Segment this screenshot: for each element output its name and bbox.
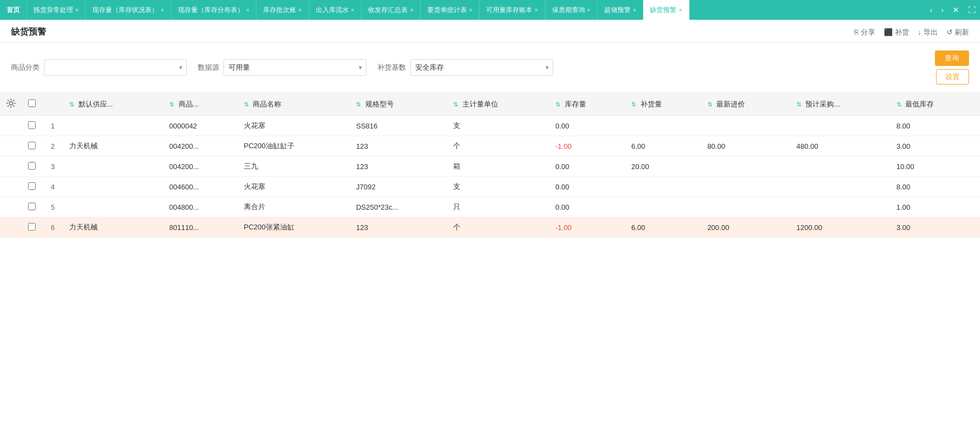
tab-scroll-right[interactable]: › (937, 3, 948, 16)
product-code-column-header[interactable]: ⇅ 商品... (164, 93, 238, 116)
checkbox-column-header (22, 93, 42, 116)
replenish-base-select[interactable]: 安全库存 (410, 59, 553, 76)
close-shortage-tab[interactable]: × (678, 7, 682, 13)
row-unit: 个 (448, 217, 550, 238)
supplier-column-header[interactable]: ⇅ 默认供应... (64, 93, 164, 116)
shortage-table: ⇅ 默认供应... ⇅ 商品... ⇅ 商品名称 ⇅ 规格型号 (0, 93, 980, 238)
row-supplier (64, 197, 164, 217)
tab-exception[interactable]: 拣货异常处理 × (27, 0, 86, 20)
tab-inventory-dist[interactable]: 现存量（库存分布表） × (171, 0, 257, 20)
row-product-code: 0000042 (164, 116, 238, 136)
datasource-filter-label: 数据源 (198, 63, 219, 72)
tab-shortage[interactable]: 缺货预警 × (643, 0, 689, 20)
replenish-base-filter-label: 补货基数 (377, 63, 406, 72)
tab-overstock[interactable]: 超储预警 × (598, 0, 643, 20)
settings-column-header (0, 93, 22, 116)
category-select[interactable] (44, 59, 187, 76)
row-num: 4 (42, 177, 64, 197)
row-checkbox[interactable] (28, 162, 36, 170)
table-row: 4 004600... 火花塞 J7092 支 0.00 8.00 (0, 177, 980, 197)
close-inout-flow-tab[interactable]: × (351, 7, 354, 13)
close-demand-stat-tab[interactable]: × (469, 7, 472, 13)
page-title: 缺货预警 (11, 26, 46, 38)
gear-icon[interactable] (6, 98, 16, 108)
latest-price-column-header[interactable]: ⇅ 最新进价 (702, 93, 791, 116)
query-button[interactable]: 查询 (935, 51, 969, 66)
replenish-button[interactable]: ⬛ 补货 (884, 27, 909, 37)
unit-column-header[interactable]: ⇅ 主计量单位 (448, 93, 550, 116)
tab-expiry[interactable]: 保质期查询 × (545, 0, 598, 20)
row-stock: 0.00 (550, 156, 626, 177)
row-num: 5 (42, 197, 64, 217)
row-est-purchase (791, 156, 891, 177)
row-product-code: 004600... (164, 177, 238, 197)
row-product-code: 801110... (164, 217, 238, 238)
close-available-ledger-tab[interactable]: × (534, 7, 538, 13)
row-spec: 123 (350, 136, 448, 156)
spec-column-header[interactable]: ⇅ 规格型号 (350, 93, 448, 116)
row-product-name: 离合片 (238, 197, 350, 217)
tab-collect-send[interactable]: 收发存汇总表 × (361, 0, 420, 20)
sort-icon: ⇅ (69, 101, 74, 108)
replenish-qty-column-header[interactable]: ⇅ 补货量 (626, 93, 701, 116)
row-product-name: 火花塞 (238, 177, 350, 197)
product-name-column-header[interactable]: ⇅ 商品名称 (238, 93, 350, 116)
page-header: 缺货预警 ⎘ 分享 ⬛ 补货 ↓ 导出 ↺ 刷新 (0, 20, 980, 43)
share-button[interactable]: ⎘ 分享 (854, 27, 875, 37)
tab-batch-account[interactable]: 库存批次账 × (257, 0, 309, 20)
datasource-filter-group: 数据源 可用量 ▾ (198, 59, 366, 76)
close-batch-account-tab[interactable]: × (298, 7, 302, 13)
row-settings-cell (0, 156, 22, 177)
row-product-code: 004800... (164, 197, 238, 217)
tab-close-all[interactable]: ✕ (948, 3, 964, 16)
row-spec: SS816 (350, 116, 448, 136)
close-exception-tab[interactable]: × (75, 7, 79, 13)
refresh-icon: ↺ (946, 28, 953, 36)
est-purchase-column-header[interactable]: ⇅ 预计采购... (791, 93, 891, 116)
row-checkbox-cell (22, 197, 42, 217)
datasource-select[interactable]: 可用量 (224, 59, 366, 76)
close-overstock-tab[interactable]: × (633, 7, 636, 13)
row-product-code: 004200... (164, 136, 238, 156)
filter-bar: 商品分类 ▾ 数据源 可用量 ▾ 补货基数 安全库存 ▾ (0, 43, 980, 93)
close-expiry-tab[interactable]: × (587, 7, 591, 13)
share-icon: ⎘ (854, 28, 859, 36)
row-num: 3 (42, 156, 64, 177)
row-num: 6 (42, 217, 64, 238)
row-replenish-qty (626, 116, 701, 136)
tab-home[interactable]: 首页 (0, 0, 27, 20)
row-checkbox[interactable] (28, 203, 36, 210)
replenish-base-filter-group: 补货基数 安全库存 ▾ (377, 59, 553, 76)
tab-expand[interactable]: ⛶ (964, 3, 980, 16)
stock-column-header[interactable]: ⇅ 库存量 (550, 93, 626, 116)
close-inventory-dist-tab[interactable]: × (246, 7, 249, 13)
row-checkbox[interactable] (28, 223, 36, 231)
tab-available-ledger[interactable]: 可用量库存账本 × (480, 0, 545, 20)
row-replenish-qty (626, 177, 701, 197)
row-stock: -1.00 (550, 217, 626, 238)
row-checkbox[interactable] (28, 121, 36, 129)
settings-button[interactable]: 设置 (936, 69, 969, 85)
tab-scroll-left[interactable]: ‹ (926, 3, 937, 16)
row-min-stock: 10.00 (891, 156, 980, 177)
row-est-purchase (791, 116, 891, 136)
header-actions: ⎘ 分享 ⬛ 补货 ↓ 导出 ↺ 刷新 (854, 27, 970, 37)
row-checkbox[interactable] (28, 182, 36, 190)
row-checkbox[interactable] (28, 142, 36, 149)
row-num: 2 (42, 136, 64, 156)
select-all-checkbox[interactable] (28, 99, 36, 107)
row-latest-price (702, 197, 791, 217)
row-unit: 支 (448, 177, 550, 197)
tab-inout-flow[interactable]: 出入库流水 × (309, 0, 361, 20)
table-row: 3 004200... 三九 123 箱 0.00 20.00 10.00 (0, 156, 980, 177)
tab-demand-stat[interactable]: 要货单统计表 × (421, 0, 480, 20)
close-collect-send-tab[interactable]: × (410, 7, 413, 13)
min-stock-column-header[interactable]: ⇅ 最低库存 (891, 93, 980, 116)
refresh-button[interactable]: ↺ 刷新 (946, 27, 969, 37)
row-supplier (64, 156, 164, 177)
tab-inventory-status[interactable]: 现存量（库存状况表） × (86, 0, 171, 20)
export-button[interactable]: ↓ 导出 (918, 27, 938, 37)
row-latest-price (702, 156, 791, 177)
close-inventory-status-tab[interactable]: × (160, 7, 164, 13)
table-row: 6 力天机械 801110... PC200张紧油缸 123 个 -1.00 6… (0, 217, 980, 238)
